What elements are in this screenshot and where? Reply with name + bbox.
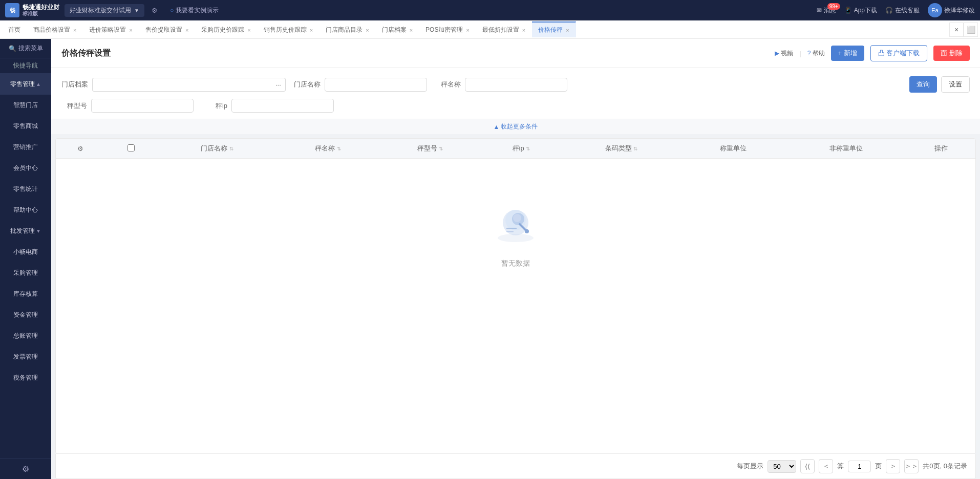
close-tab-button[interactable]: × — [949, 23, 964, 37]
close-tab-icon[interactable]: × — [522, 27, 525, 33]
store-file-input[interactable] — [92, 78, 271, 92]
tab-store-file[interactable]: 门店档案 × — [376, 21, 419, 37]
sidebar-item-tax[interactable]: 税务管理 — [0, 367, 51, 388]
tab-pos-management[interactable]: POS加密管理 × — [419, 21, 476, 37]
sidebar-item-invoice[interactable]: 发票管理 — [0, 346, 51, 367]
online-service-button[interactable]: 🎧 在线客服 — [885, 6, 920, 15]
delete-button[interactable]: 面 删除 — [933, 46, 970, 61]
select-all-checkbox[interactable] — [127, 144, 135, 151]
scale-name-label: 秤名称 — [435, 80, 461, 89]
next-page-button[interactable]: ＞ — [886, 459, 900, 473]
sidebar-item-retail-mall[interactable]: 零售商城 — [0, 116, 51, 137]
table-header: ⚙ 门店名称 ⇅ 秤名称 ⇅ — [56, 139, 975, 159]
settings-filter-button[interactable]: 设置 — [941, 76, 970, 93]
close-tab-icon[interactable]: × — [73, 27, 76, 33]
tab-price-settings[interactable]: 商品价格设置 × — [27, 21, 83, 37]
message-badge: 99+ — [827, 3, 840, 10]
sort-icon[interactable]: ⇅ — [229, 146, 233, 151]
per-page-label: 每页显示 — [737, 462, 763, 471]
scale-ip-label: 秤ip — [202, 101, 227, 111]
sort-icon[interactable]: ⇅ — [439, 146, 443, 151]
close-tab-icon[interactable]: × — [185, 27, 188, 33]
close-tab-icon[interactable]: × — [410, 27, 413, 33]
collapse-button[interactable]: ▲ 收起更多条件 — [51, 119, 980, 134]
sidebar-item-wholesale[interactable]: 批发管理 ▼ — [0, 221, 51, 242]
sidebar-item-general-ledger[interactable]: 总账管理 — [0, 325, 51, 346]
col-non-weight-unit: 非称重单位 — [785, 139, 907, 159]
app-logo: 畅 畅捷通好业财 标准版 — [5, 3, 59, 17]
filter-area: 门店档案 ··· 门店名称 秤名称 — [51, 68, 980, 134]
filter-scale-model: 秤型号 — [61, 99, 194, 113]
demo-link[interactable]: ○ 我要看实例演示 — [170, 6, 219, 15]
sidebar-item-ecoms[interactable]: 小畅电商 — [0, 242, 51, 263]
query-button[interactable]: 查询 — [909, 76, 937, 93]
sidebar-item-retail-stats[interactable]: 零售统计 — [0, 179, 51, 200]
sidebar-quick-nav[interactable]: 快捷导航 — [0, 58, 51, 74]
sidebar-item-member[interactable]: 会员中心 — [0, 158, 51, 179]
phone-icon: 📱 — [844, 7, 852, 14]
sort-icon[interactable]: ⇅ — [337, 146, 341, 151]
sidebar-item-smart-store[interactable]: 智慧门店 — [0, 95, 51, 116]
sort-icon[interactable]: ⇅ — [526, 146, 530, 151]
close-tab-icon[interactable]: × — [466, 27, 469, 33]
tab-min-discount[interactable]: 最低折扣设置 × — [476, 21, 532, 37]
filter-scale-ip: 秤ip — [202, 99, 334, 113]
sidebar-settings-button[interactable]: ⚙ — [0, 459, 51, 479]
tab-purchase-history[interactable]: 采购历史价跟踪 × — [195, 21, 257, 37]
tab-price-scale[interactable]: 价格传秤 × — [532, 21, 576, 37]
store-file-input-group: ··· — [92, 78, 286, 92]
sidebar-item-help-center[interactable]: 帮助中心 — [0, 200, 51, 221]
table-settings-icon[interactable]: ⚙ — [77, 145, 83, 153]
scale-model-input[interactable] — [91, 99, 194, 113]
messages-button[interactable]: ✉ 消息 99+ — [817, 6, 836, 15]
sidebar-search[interactable]: 🔍 搜索菜单 — [0, 39, 51, 58]
close-tab-icon[interactable]: × — [129, 27, 132, 33]
download-button[interactable]: 凸 客户端下载 — [870, 45, 928, 61]
tab-home[interactable]: 首页 — [2, 21, 27, 37]
last-page-button[interactable]: ＞＞ — [904, 459, 919, 473]
store-name-label: 门店名称 — [294, 80, 321, 89]
app-download-button[interactable]: 📱 App下载 — [844, 6, 877, 15]
sidebar-item-marketing[interactable]: 营销推广 — [0, 137, 51, 158]
version-selector[interactable]: 好业财标准版交付试用 ▼ — [65, 4, 144, 17]
expand-icon: ▼ — [36, 228, 41, 234]
headset-icon: 🎧 — [885, 7, 893, 14]
sidebar-item-retail-management[interactable]: 零售管理 ▲ — [0, 74, 51, 95]
store-name-input[interactable] — [325, 78, 427, 92]
filter-store-name: 门店名称 — [294, 78, 427, 92]
prev-page-button[interactable]: ＜ — [819, 459, 833, 473]
help-link[interactable]: ? 帮助 — [807, 49, 825, 58]
col-scale-name: 秤名称 ⇅ — [277, 139, 379, 159]
per-page-select[interactable]: 50 10 20 100 — [768, 460, 796, 473]
tab-selling-price[interactable]: 售价提取设置 × — [139, 21, 195, 37]
close-tab-icon[interactable]: × — [566, 27, 569, 33]
page-input[interactable] — [848, 461, 871, 472]
logo-icon: 畅 — [5, 3, 19, 17]
table-header-row: ⚙ 门店名称 ⇅ 秤名称 ⇅ — [56, 139, 975, 159]
user-menu-button[interactable]: Ea 徐泽华修改 — [928, 3, 975, 17]
scale-ip-input[interactable] — [231, 99, 334, 113]
search-icon: 🔍 — [9, 45, 16, 52]
sort-icon[interactable]: ⇅ — [633, 146, 637, 151]
sidebar-item-purchase[interactable]: 采购管理 — [0, 263, 51, 284]
video-link[interactable]: ▶ 视频 — [775, 49, 793, 58]
maximize-button[interactable]: ⬜ — [964, 23, 978, 37]
close-tab-icon[interactable]: × — [247, 27, 250, 33]
tab-sales-history[interactable]: 销售历史价跟踪 × — [258, 21, 319, 37]
add-button[interactable]: + 新增 — [831, 46, 864, 61]
close-tab-icon[interactable]: × — [310, 27, 313, 33]
scale-name-input[interactable] — [465, 78, 567, 92]
selector-settings-icon[interactable]: ⚙ — [147, 3, 162, 17]
store-file-browse-button[interactable]: ··· — [271, 78, 286, 92]
page-unit: 页 — [875, 462, 882, 471]
empty-icon — [490, 200, 541, 251]
total-info: 共0页, 0条记录 — [923, 462, 967, 471]
first-page-button[interactable]: ⟨⟨ — [800, 459, 815, 473]
sidebar-item-inventory[interactable]: 库存核算 — [0, 284, 51, 304]
close-tab-icon[interactable]: × — [366, 27, 369, 33]
tab-store-catalog[interactable]: 门店商品目录 × — [319, 21, 375, 37]
header-actions: ▶ 视频 | ? 帮助 + 新增 凸 客户端下载 面 删除 — [775, 45, 970, 61]
tab-cost-strategy[interactable]: 进价策略设置 × — [83, 21, 139, 37]
message-icon: ✉ — [817, 7, 822, 14]
sidebar-item-finance[interactable]: 资金管理 — [0, 304, 51, 325]
